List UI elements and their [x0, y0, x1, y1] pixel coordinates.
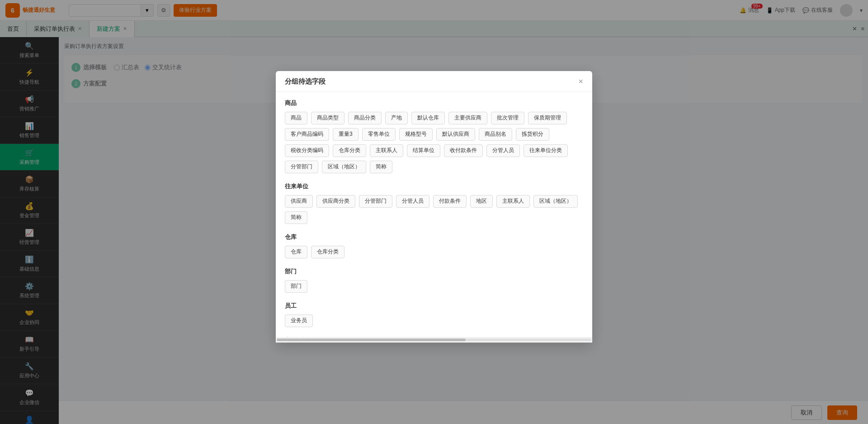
modal-horizontal-scroll[interactable]: [276, 337, 592, 343]
modal-header: 分组待选字段 ×: [276, 71, 592, 92]
field-tag[interactable]: 商品: [285, 112, 307, 124]
field-tag[interactable]: 客户商品编码: [285, 128, 329, 141]
section-title-往来单位: 往来单位: [285, 182, 583, 191]
field-tag[interactable]: 商品分类: [348, 112, 382, 124]
field-tag[interactable]: 主要供应商: [448, 112, 487, 124]
section-title-部门: 部门: [285, 267, 583, 276]
section-title-员工: 员工: [285, 302, 583, 310]
field-tag[interactable]: 税收分类编码: [285, 144, 329, 157]
field-tag[interactable]: 分管人员: [396, 195, 429, 208]
field-tag[interactable]: 默认供应商: [436, 128, 475, 141]
hscroll-track: [277, 338, 591, 341]
field-tag[interactable]: 默认仓库: [411, 112, 445, 124]
section-部门: 部门部门: [285, 267, 583, 293]
section-员工: 员工业务员: [285, 302, 583, 327]
field-tag[interactable]: 业务员: [285, 314, 313, 327]
field-select-modal: 分组待选字段 × 商品商品商品类型商品分类产地默认仓库主要供应商批次管理保质期管…: [276, 71, 592, 343]
field-tag[interactable]: 分管人员: [486, 144, 520, 157]
field-tag[interactable]: 主联系人: [370, 144, 403, 157]
section-商品: 商品商品商品类型商品分类产地默认仓库主要供应商批次管理保质期管理客户商品编码重量…: [285, 99, 583, 173]
field-tag[interactable]: 批次管理: [491, 112, 524, 124]
field-tag[interactable]: 收付款条件: [444, 144, 483, 157]
field-tag[interactable]: 主联系人: [496, 195, 530, 208]
field-tag[interactable]: 重量3: [333, 128, 359, 141]
field-tag[interactable]: 部门: [285, 280, 307, 293]
section-往来单位: 往来单位供应商供应商分类分管部门分管人员付款条件地区主联系人区域（地区）简称: [285, 182, 583, 224]
modal-close-btn[interactable]: ×: [578, 77, 583, 86]
field-tag[interactable]: 商品别名: [479, 128, 512, 141]
section-仓库: 仓库仓库仓库分类: [285, 233, 583, 258]
field-tag[interactable]: 地区: [470, 195, 493, 208]
field-tag[interactable]: 简称: [285, 211, 307, 224]
field-tag[interactable]: 分管部门: [285, 161, 318, 173]
field-tag[interactable]: 仓库分类: [333, 144, 366, 157]
field-tag[interactable]: 结算单位: [407, 144, 440, 157]
field-tag[interactable]: 零售单位: [362, 128, 396, 141]
field-tag[interactable]: 供应商: [285, 195, 313, 208]
field-tag[interactable]: 简称: [370, 161, 392, 173]
field-tag[interactable]: 区域（地区）: [322, 161, 366, 173]
hscroll-thumb: [277, 338, 466, 341]
field-tag[interactable]: 产地: [385, 112, 408, 124]
modal-body: 商品商品商品类型商品分类产地默认仓库主要供应商批次管理保质期管理客户商品编码重量…: [276, 92, 592, 337]
section-title-仓库: 仓库: [285, 233, 583, 241]
section-title-商品: 商品: [285, 99, 583, 107]
field-tag[interactable]: 区域（地区）: [533, 195, 578, 208]
field-tags-员工: 业务员: [285, 314, 583, 327]
field-tag[interactable]: 仓库: [285, 246, 307, 258]
field-tag[interactable]: 付款条件: [433, 195, 467, 208]
field-tags-往来单位: 供应商供应商分类分管部门分管人员付款条件地区主联系人区域（地区）简称: [285, 195, 583, 224]
field-tag[interactable]: 保质期管理: [528, 112, 567, 124]
field-tags-商品: 商品商品类型商品分类产地默认仓库主要供应商批次管理保质期管理客户商品编码重量3零…: [285, 112, 583, 173]
field-tags-仓库: 仓库仓库分类: [285, 246, 583, 258]
field-tag[interactable]: 拣货积分: [516, 128, 549, 141]
field-tag[interactable]: 往来单位分类: [524, 144, 568, 157]
field-tag[interactable]: 规格型号: [399, 128, 433, 141]
field-tag[interactable]: 仓库分类: [311, 246, 344, 258]
field-tag[interactable]: 商品类型: [311, 112, 344, 124]
modal-title: 分组待选字段: [285, 77, 326, 86]
field-tag[interactable]: 供应商分类: [316, 195, 355, 208]
field-tags-部门: 部门: [285, 280, 583, 293]
field-tag[interactable]: 分管部门: [359, 195, 392, 208]
